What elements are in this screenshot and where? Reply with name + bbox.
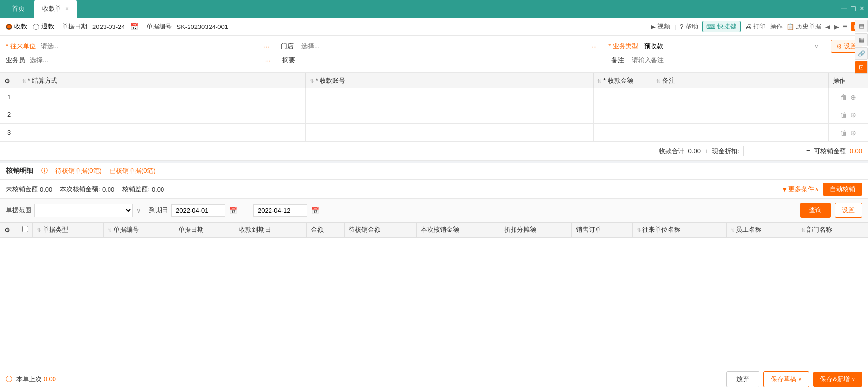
date-from-input[interactable]: 2022-04-01 xyxy=(171,204,225,217)
auto-verify-button[interactable]: 自动核销 xyxy=(823,183,862,196)
tab-home[interactable]: 首页 xyxy=(4,0,32,18)
unchecked-label: 未核销金额 xyxy=(6,185,38,194)
cell-remark-3[interactable] xyxy=(652,124,829,141)
th-gear[interactable]: ⚙ xyxy=(0,73,18,88)
bth-no: ⇅ 单据编号 xyxy=(104,223,174,238)
th-amount: ⇅ * 收款金额 xyxy=(594,73,652,88)
select-all-checkbox[interactable] xyxy=(22,226,28,232)
copy-icon[interactable]: ⊕ xyxy=(850,129,856,137)
radio-tuikuan[interactable]: 退款 xyxy=(33,22,54,31)
panel-grid-icon[interactable]: ▦ xyxy=(855,33,868,46)
verify-info-icon[interactable]: ⓘ xyxy=(41,167,48,175)
cell-action-3: 🗑 ⊕ xyxy=(829,124,868,141)
bth-dept: ⇅ 部门名称 xyxy=(797,223,868,238)
date-to-input[interactable]: 2022-04-12 xyxy=(253,204,307,217)
staff-input[interactable] xyxy=(28,56,263,65)
history-action[interactable]: 📋 历史单据 xyxy=(787,22,821,31)
bth-gear[interactable]: ⚙ xyxy=(0,223,18,238)
range-select[interactable] xyxy=(34,204,133,217)
cell-remark-2[interactable] xyxy=(652,106,829,124)
docno-value[interactable]: SK-20230324-001 xyxy=(177,23,229,30)
counterpart-dots[interactable]: ··· xyxy=(264,43,269,50)
staff-field: 业务员 ··· xyxy=(6,56,271,65)
nav-prev-icon[interactable]: ◀ xyxy=(825,23,830,30)
panel-table-icon[interactable]: ▤ xyxy=(855,20,868,32)
filter-settings-button[interactable]: 设置 xyxy=(835,203,862,218)
view-list-icon[interactable]: ≡ xyxy=(843,22,847,31)
cell-settlement-1[interactable] xyxy=(18,88,306,106)
cell-amount-1[interactable] xyxy=(594,88,652,106)
biz-type-dropdown-icon[interactable]: ∨ xyxy=(814,43,819,50)
remark-input[interactable] xyxy=(630,56,823,65)
query-button[interactable]: 查询 xyxy=(800,203,831,218)
range-dropdown-icon[interactable]: ∨ xyxy=(136,207,141,214)
sort-icon: ⇅ xyxy=(731,227,734,233)
cell-remark-1[interactable] xyxy=(652,88,829,106)
tab-close-icon[interactable]: × xyxy=(65,5,69,12)
summary-row: 收款合计 0.00 + 现金折扣: = 可核销金额 0.00 xyxy=(0,142,868,161)
cal-to-icon[interactable]: 📅 xyxy=(311,207,319,214)
cell-amount-2[interactable] xyxy=(594,106,652,124)
tab-current-label: 收款单 xyxy=(42,4,61,13)
more-conditions-link[interactable]: ▼ 更多条件 ∧ xyxy=(781,185,819,194)
tab-home-label: 首页 xyxy=(12,4,25,13)
docno-label: 单据编号 xyxy=(146,22,172,31)
bth-sales: 销售订单 xyxy=(572,223,632,238)
store-dots[interactable]: ··· xyxy=(591,43,597,50)
copy-icon[interactable]: ⊕ xyxy=(850,93,856,101)
biz-type-value: 预收款 xyxy=(644,42,814,51)
sort-icon: ⇅ xyxy=(597,78,601,84)
date-field: 单据日期 2023-03-24 📅 xyxy=(62,22,138,31)
tab-current[interactable]: 收款单 × xyxy=(34,0,77,18)
cell-settlement-3[interactable] xyxy=(18,124,306,141)
save-draft-button[interactable]: 保存草稿 ∧ xyxy=(763,371,809,387)
sort-icon: ⇅ xyxy=(108,227,111,233)
form-area: * 往来单位 ··· 门店 ··· * 业务类型 预收款 ∨ ⚙ 设置 xyxy=(0,36,868,73)
help-action[interactable]: ? 帮助 xyxy=(680,22,698,31)
range-filter: 单据范围 ∨ xyxy=(6,204,141,217)
cell-account-3[interactable] xyxy=(306,124,594,141)
filter-row: 单据范围 ∨ 到期日 2022-04-01 📅 — 2022-04-12 📅 查… xyxy=(0,199,868,222)
bottom-table: ⚙ ⇅ 单据类型 ⇅ 单据编号 单据日期 收款到期日 xyxy=(0,222,868,238)
discount-input[interactable] xyxy=(743,146,802,156)
sort-icon: ⇅ xyxy=(637,227,641,233)
summary-input[interactable] xyxy=(301,56,599,65)
cal-from-icon[interactable]: 📅 xyxy=(229,207,237,214)
done-tab[interactable]: 已核销单据(0笔) xyxy=(109,167,156,175)
delete-icon[interactable]: 🗑 xyxy=(841,111,847,119)
sort-icon: ⇅ xyxy=(656,78,660,84)
cell-amount-3[interactable] xyxy=(594,124,652,141)
operation-action[interactable]: 操作 xyxy=(770,22,783,31)
video-action[interactable]: ▶ 视频 xyxy=(651,22,670,31)
cell-account-2[interactable] xyxy=(306,106,594,124)
collapse-icon[interactable]: ∧ xyxy=(815,186,819,193)
cell-account-1[interactable] xyxy=(306,88,594,106)
pending-tab[interactable]: 待核销单据(0笔) xyxy=(55,167,102,175)
minimize-icon[interactable]: ─ xyxy=(841,4,847,13)
print-action[interactable]: 🖨 打印 xyxy=(745,22,766,31)
video-label: 视频 xyxy=(657,22,670,31)
close-icon[interactable]: × xyxy=(860,4,864,13)
abandon-button[interactable]: 放弃 xyxy=(726,371,760,387)
delete-icon[interactable]: 🗑 xyxy=(841,93,847,101)
staff-dots[interactable]: ··· xyxy=(265,57,271,64)
counterpart-input[interactable] xyxy=(39,41,262,51)
nav-next-icon[interactable]: ▶ xyxy=(834,23,839,30)
panel-expand-icon[interactable]: ⊡ xyxy=(855,61,868,74)
due-date-filter: 到期日 2022-04-01 📅 — 2022-04-12 📅 xyxy=(149,204,319,217)
counterpart-label: * 往来单位 xyxy=(6,42,36,51)
shortcut-btn[interactable]: ⌨ 快捷键 xyxy=(702,21,741,32)
maximize-icon[interactable]: □ xyxy=(851,4,856,13)
bottom-info-icon[interactable]: ⓘ xyxy=(6,375,12,384)
copy-icon[interactable]: ⊕ xyxy=(850,111,856,119)
radio-shoukuan[interactable]: 收款 xyxy=(6,22,27,31)
panel-link-icon[interactable]: 🔗 xyxy=(855,47,868,60)
biz-type-field: * 业务类型 预收款 ∨ xyxy=(608,42,819,51)
cell-settlement-2[interactable] xyxy=(18,106,306,124)
delete-icon[interactable]: 🗑 xyxy=(841,129,847,137)
date-separator: — xyxy=(242,207,248,214)
calendar-icon[interactable]: 📅 xyxy=(130,23,138,30)
store-input[interactable] xyxy=(299,41,589,51)
date-value[interactable]: 2023-03-24 xyxy=(92,23,125,30)
save-new-button[interactable]: 保存&新增 ∧ xyxy=(813,372,862,387)
